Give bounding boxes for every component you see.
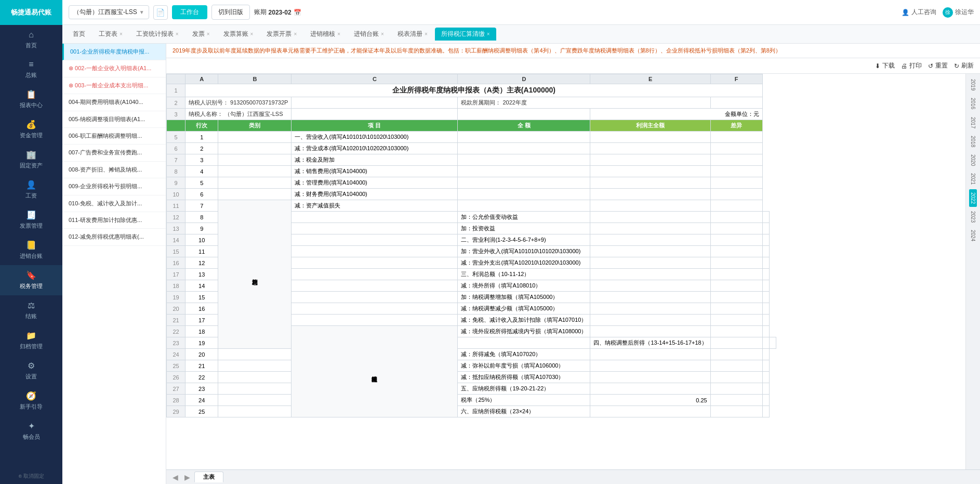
document-icon-btn[interactable]: 📄 — [153, 5, 168, 20]
refresh-button[interactable]: ↻ 刷新 — [954, 61, 974, 70]
tab-payroll[interactable]: 工资表 × — [92, 28, 129, 41]
year-2024[interactable]: 2024 — [969, 227, 977, 244]
sidebar-item-funds[interactable]: 💰 资金管理 — [0, 114, 62, 145]
year-2020[interactable]: 2020 — [969, 151, 977, 169]
sidebar-item-assets[interactable]: 🏢 固定资产 — [0, 145, 62, 175]
tab-close-icon[interactable]: × — [337, 31, 340, 37]
workspace-button[interactable]: 工作台 — [172, 5, 207, 19]
tab-invoice[interactable]: 发票 × — [186, 28, 216, 41]
table-row: 117利润总额计算减：资产减值损失 — [167, 200, 776, 212]
tab-close-icon[interactable]: × — [381, 31, 384, 37]
sidebar-item-home[interactable]: ⌂ 首页 — [0, 25, 62, 55]
sidebar-item-label: 税务管理 — [20, 282, 43, 290]
sidebar-item-tax[interactable]: 🔖 税务管理 — [0, 265, 62, 295]
reset-button[interactable]: ↺ 重置 — [928, 61, 948, 70]
company-name: （勾册）江西服宝-LSS — [73, 8, 137, 17]
ai-consult[interactable]: 👤 人工咨询 — [902, 8, 936, 17]
sidebar-item-general[interactable]: ≡ 总账 — [0, 55, 62, 84]
sidebar-item-reports[interactable]: 📋 报表中心 — [0, 84, 62, 114]
year-2021[interactable]: 2021 — [969, 170, 977, 188]
sidebar: 畅捷通易代账 ⌂ 首页 ≡ 总账 📋 报表中心 💰 资金管理 🏢 固定资产 👤 … — [0, 0, 62, 484]
year-2022[interactable]: 2022 — [969, 189, 977, 207]
year-2018[interactable]: 2018 — [969, 133, 977, 150]
sidebar-item-archive[interactable]: 📁 归档管理 — [0, 325, 62, 356]
app-logo: 畅捷通易代账 — [0, 0, 62, 25]
left-panel-item-009[interactable]: 009-企业所得税补亏损明细... — [62, 178, 166, 195]
ai-icon: 👤 — [902, 9, 909, 16]
sidebar-item-payroll[interactable]: 👤 工资 — [0, 175, 62, 205]
sidebar-item-member[interactable]: ✦ 畅会员 — [0, 416, 62, 446]
payroll-icon: 👤 — [26, 180, 36, 190]
table-row: 95减：管理费用(填写A104000) — [167, 177, 776, 189]
tab-payroll-stats[interactable]: 工资统计报表 × — [130, 28, 185, 41]
table-row: 2521减：弥补以前年度亏损（填写A106000） — [167, 360, 776, 372]
topbar: （勾册）江西服宝-LSS ▼ 📄 工作台 切到旧版 账期 2023-02 📅 👤… — [62, 0, 980, 25]
sidebar-item-sales[interactable]: 📒 进销台账 — [0, 235, 62, 265]
tab-invoice-open[interactable]: 发票开票 × — [260, 28, 303, 41]
col-num-header — [167, 74, 186, 84]
col-f-header: F — [710, 74, 762, 84]
left-panel-item-010[interactable]: 010-免税、减计收入及加计... — [62, 195, 166, 212]
tab-close-icon[interactable]: × — [207, 31, 210, 37]
sidebar-item-label: 报表中心 — [20, 101, 43, 109]
sheet-tab-main[interactable]: 主表 — [194, 472, 223, 482]
left-panel-item-004[interactable]: 004-期间费用明细表(A1040... — [62, 94, 166, 111]
tab-check[interactable]: 进销稽核 × — [304, 28, 347, 41]
year-2016[interactable]: 2016 — [969, 95, 977, 112]
sidebar-item-label: 新手引导 — [20, 403, 43, 411]
tax-icon: 🔖 — [26, 270, 36, 280]
left-panel-item-005[interactable]: 005-纳税调整项目明细表(A1... — [62, 111, 166, 128]
calendar-icon[interactable]: 📅 — [294, 9, 301, 16]
user-profile[interactable]: 徐 徐运华 — [943, 7, 974, 18]
table-container[interactable]: A B C D E F 1 企业所 — [166, 74, 965, 469]
period-label: 账期 2023-02 📅 — [254, 8, 301, 17]
tab-invoice-calc[interactable]: 发票算账 × — [217, 28, 260, 41]
left-panel: 001-企业所得税年度纳税申报... 002-一般企业收入明细表(A1... 0… — [62, 44, 166, 484]
left-panel-item-006[interactable]: 006-职工薪酬纳税调整明细... — [62, 128, 166, 145]
sheet-tab-area: 主表 — [194, 472, 223, 482]
sidebar-item-label: 资金管理 — [20, 132, 43, 139]
tab-home[interactable]: 首页 — [67, 28, 91, 41]
tab-ledger[interactable]: 进销台账 × — [348, 28, 390, 41]
left-panel-item-007[interactable]: 007-广告费和业务宣传费跑... — [62, 145, 166, 161]
chevron-down-icon: ▼ — [139, 9, 144, 15]
sidebar-item-close[interactable]: ⚖ 结账 — [0, 295, 62, 325]
sidebar-item-label: 畅会员 — [23, 433, 40, 441]
left-panel-item-011[interactable]: 011-研发费用加计扣除优惠... — [62, 212, 166, 229]
company-selector[interactable]: （勾册）江西服宝-LSS ▼ — [69, 5, 149, 19]
left-panel-item-008[interactable]: 008-资产折旧、摊销及纳税... — [62, 162, 166, 178]
tab-tax-settle[interactable]: 所得税汇算清缴 × — [435, 28, 496, 41]
sidebar-item-settings[interactable]: ⚙ 设置 — [0, 356, 62, 386]
toolbar: ⬇ 下载 🖨 打印 ↺ 重置 ↻ 刷新 — [166, 58, 980, 74]
year-2017[interactable]: 2017 — [969, 114, 977, 132]
table-row: 3 纳税人名称： （勾册）江西服宝-LSS 金额单位：元 — [167, 109, 776, 120]
tab-close-icon[interactable]: × — [120, 31, 123, 37]
sheet-prev-icon[interactable]: ◀ — [170, 473, 180, 481]
left-panel-item-012[interactable]: 012-减免所得税优惠明细表(... — [62, 229, 166, 245]
left-panel-item-001[interactable]: 001-企业所得税年度纳税申报... — [62, 44, 166, 60]
year-2023[interactable]: 2023 — [969, 208, 977, 226]
left-panel-item-002[interactable]: 002-一般企业收入明细表(A1... — [62, 60, 166, 77]
table-row: 62减：营业成本(填写A102010\102020\103000) — [167, 143, 776, 154]
col-d-header: D — [458, 74, 590, 84]
tab-close-icon[interactable]: × — [294, 31, 297, 37]
main-area: （勾册）江西服宝-LSS ▼ 📄 工作台 切到旧版 账期 2023-02 📅 👤… — [62, 0, 980, 484]
table-row: 2 纳税人识别号： 91320500703719732P 税款所属期间： 202… — [167, 97, 776, 109]
tab-close-icon[interactable]: × — [176, 31, 179, 37]
switch-version-button[interactable]: 切到旧版 — [211, 5, 250, 20]
tab-close-icon[interactable]: × — [425, 31, 428, 37]
close-books-icon: ⚖ — [28, 300, 35, 310]
download-button[interactable]: ⬇ 下载 — [875, 61, 895, 70]
tab-close-icon[interactable]: × — [250, 31, 254, 37]
sheet-next-icon[interactable]: ▶ — [182, 473, 192, 481]
tab-tax-list[interactable]: 税表清册 × — [391, 28, 434, 41]
year-2019[interactable]: 2019 — [969, 76, 977, 94]
report-icon: 📋 — [26, 89, 36, 99]
sidebar-item-invoices[interactable]: 🧾 发票管理 — [0, 205, 62, 235]
asset-icon: 🏢 — [26, 150, 36, 160]
tab-close-icon[interactable]: × — [487, 31, 490, 37]
print-button[interactable]: 🖨 打印 — [901, 61, 922, 70]
sidebar-item-guide[interactable]: 🧭 新手引导 — [0, 386, 62, 416]
pin-toggle[interactable]: ⊕ 取消固定 — [0, 468, 62, 484]
left-panel-item-003[interactable]: 003-一般企业成本支出明细... — [62, 77, 166, 94]
